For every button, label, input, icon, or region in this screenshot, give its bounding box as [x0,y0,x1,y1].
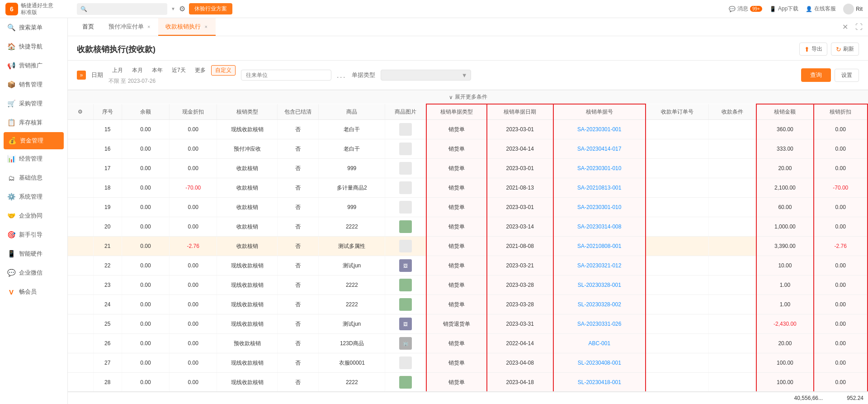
row-bill-no[interactable]: SL-20230408-001 [553,353,646,373]
sidebar-item-system[interactable]: ⚙️ 系统管理 [0,187,67,206]
sidebar-item-finance[interactable]: 💰 资金管理 [4,132,64,149]
sidebar-item-basic[interactable]: 🗂 基础信息 [0,168,67,187]
row-balance: 0.00 [122,120,169,139]
table-row: 150.000.00现线收款核销否老白干销货单2023-03-01SA-2023… [68,120,868,139]
row-bill-type: 销货单 [426,139,486,159]
product-image [399,298,412,311]
th-goods-img: 商品图片 [385,104,426,120]
row-bill-date: 2021-08-13 [487,178,553,198]
filter-more-date[interactable]: 更多 [191,66,209,75]
header-search-box[interactable]: 🔍 [77,3,167,15]
sidebar-item-shortcut[interactable]: 🏠 快捷导航 [0,37,67,56]
row-bill-no[interactable]: SL-20230328-001 [553,276,646,295]
filter-ellipsis: ... [337,71,346,80]
row-num: 17 [93,159,122,178]
sidebar-item-operation[interactable]: 📊 经营管理 [0,149,67,168]
filter-settings-button[interactable]: 设置 [835,69,859,82]
row-bill-no[interactable]: SA-20230314-008 [553,217,646,237]
sidebar-item-search[interactable]: 🔍 搜索菜单 [0,18,67,37]
row-receipt-no [646,295,709,314]
guide-icon: 🎯 [7,231,15,239]
row-bill-no[interactable]: SA-20210808-001 [553,237,646,256]
app-download-button[interactable]: 📱 App下载 [769,5,798,13]
filter-collapse-button[interactable]: » [77,71,86,80]
row-goods-img [385,178,426,198]
total-amount: 40,556,66... [794,395,823,401]
filter-this-year[interactable]: 本年 [148,66,166,75]
table-row: 210.00-2.76收款核销否测试多属性销货单2021-08-08SA-202… [68,237,868,256]
header-settings-icon[interactable]: ⚙ [179,5,185,13]
industry-solution-button[interactable]: 休验行业方案 [189,3,232,14]
sidebar-item-marketing[interactable]: 📢 营销推广 [0,56,67,75]
system-icon: ⚙️ [7,193,15,201]
th-settings[interactable]: ⚙ [68,104,93,120]
row-bill-no[interactable]: SA-20230414-017 [553,139,646,159]
row-goods-img: 🏢 [385,334,426,353]
row-receipt-cond [709,314,756,334]
row-cash-discount: 0.00 [170,120,217,139]
row-index-cell [68,237,93,256]
export-button[interactable]: ⬆ 导出 [799,43,827,56]
row-bill-no[interactable]: SA-20210813-001 [553,178,646,198]
column-settings-icon[interactable]: ⚙ [78,109,83,115]
filter-custom-date[interactable]: 自定义 [211,65,236,76]
sidebar-item-purchase[interactable]: 🛒 采购管理 [0,94,67,113]
tab-expand-icon[interactable]: ⛶ [854,21,864,33]
inventory-icon: 📋 [7,119,15,127]
refresh-button[interactable]: ↻ 刷新 [831,43,859,56]
row-bill-no[interactable]: SL-20230328-002 [553,295,646,314]
product-image [399,376,412,389]
sidebar-item-hardware[interactable]: 📱 智能硬件 [0,244,67,263]
sidebar-item-sales[interactable]: 📦 销售管理 [0,75,67,94]
tab-home[interactable]: 首页 [75,18,101,36]
sidebar-item-wechat[interactable]: 💬 企业微信 [0,263,67,282]
row-settled: 否 [277,217,318,237]
filter-7days[interactable]: 近7天 [168,66,189,75]
row-bill-no[interactable]: SA-20230301-010 [553,159,646,178]
messages-button[interactable]: 💬 消息 99+ [729,5,762,13]
query-button[interactable]: 查询 [801,68,831,82]
row-balance: 0.00 [122,314,169,334]
sidebar-item-newguide[interactable]: 🎯 新手引导 [0,225,67,244]
online-service-button[interactable]: 👤 在线客服 [806,5,836,13]
table-row: 160.000.00预付冲应收否老白干销货单2023-04-14SA-20230… [68,139,868,159]
tab-collection-close[interactable]: × [203,23,208,30]
row-goods: 测试jun [319,256,385,276]
row-num: 16 [93,139,122,159]
filter-last-month[interactable]: 上月 [108,66,127,75]
product-image [399,279,412,291]
row-amount: 60.00 [756,198,813,217]
product-image: 🏢 [399,337,412,350]
row-goods: 老白干 [319,120,385,139]
tab-close-all-icon[interactable]: ✕ [840,21,850,33]
th-num: 序号 [93,104,122,120]
row-index-cell [68,373,93,392]
row-bill-no[interactable]: SA-20230321-012 [553,256,646,276]
row-cash-discount: -2.76 [170,237,217,256]
total-discount: 952.24 [823,395,863,401]
expand-more-button[interactable]: ∨ 展开更多条件 [68,90,868,104]
user-area[interactable]: Rit [843,4,863,14]
row-amount: -2,430.00 [756,314,813,334]
tab-prepay[interactable]: 预付冲应付单 × [101,18,158,36]
sidebar-item-inventory[interactable]: 📋 库存核算 [0,113,67,132]
filter-this-month[interactable]: 本月 [128,66,146,75]
row-bill-no[interactable]: ABC-001 [553,334,646,353]
tab-collection[interactable]: 收款核销执行 × [158,18,215,36]
row-goods-img [385,295,426,314]
sidebar-item-member[interactable]: V 畅会员 [0,282,67,301]
row-index-cell [68,198,93,217]
row-bill-no[interactable]: SL-20230418-001 [553,373,646,392]
row-bill-no[interactable]: SA-20230301-010 [553,198,646,217]
row-receipt-cond [709,120,756,139]
row-bill-type: 销货退货单 [426,314,486,334]
row-bill-no[interactable]: SA-20230331-026 [553,314,646,334]
row-receipt-cond [709,237,756,256]
tab-prepay-close[interactable]: × [146,23,151,30]
row-bill-no[interactable]: SA-20230301-001 [553,120,646,139]
partner-input[interactable] [241,70,331,81]
user-name: Rit [856,6,863,12]
filter-date-area: 上月 本月 本年 近7天 更多 自定义 不限 至 2023-07-26 [108,65,236,85]
sidebar-item-enterprise[interactable]: 🤝 企业协同 [0,206,67,225]
bill-type-select[interactable] [381,70,471,81]
